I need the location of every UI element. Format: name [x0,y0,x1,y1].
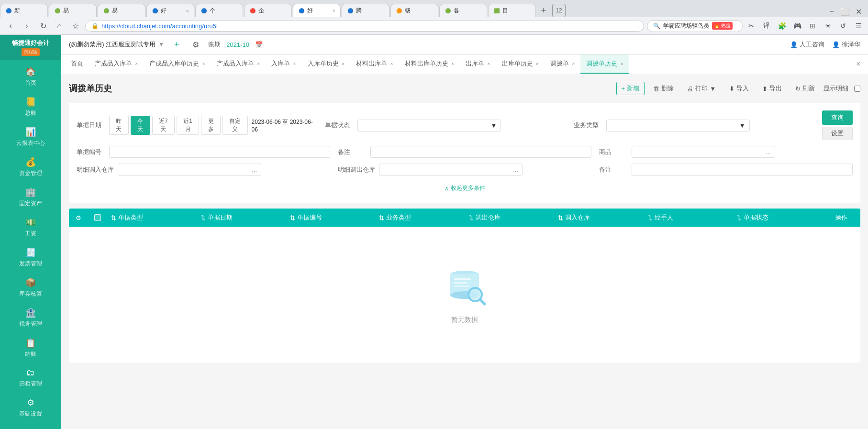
th-doc-type[interactable]: ⇅ 单据类型 [107,209,197,227]
goods-select[interactable]: ... [632,146,775,158]
th-biz-type[interactable]: ⇅ 业务类型 [375,209,465,227]
minimize-button[interactable]: − [826,6,837,17]
browser-tab-10[interactable]: 🟢 各 [439,4,487,17]
close-window-button[interactable]: ✕ [853,6,864,17]
table-settings-icon[interactable]: ⚙ [76,214,81,221]
bookmark-button[interactable]: ☆ [69,19,82,33]
import-button[interactable]: ⬇ 导入 [724,82,754,95]
sidebar-item-tax[interactable]: 🏦 税务管理 [0,303,61,333]
export-button[interactable]: ⬆ 导出 [757,82,787,95]
browser-tab-4[interactable]: 🔵 好 × [146,4,194,17]
sidebar-item-home[interactable]: 🏠 首页 [0,62,61,92]
sidebar-item-basic[interactable]: ⚙ 基础设置 [0,393,61,423]
select-all-checkbox[interactable] [94,214,101,221]
date-btn-custom[interactable]: 自定义 [223,116,247,135]
detail-out-select[interactable]: ... [379,164,523,176]
back-button[interactable]: ‹ [4,19,17,33]
company-settings-icon[interactable]: ⚙ [189,38,202,51]
detail-in-select[interactable]: ... [118,164,261,176]
tab-close-4[interactable]: × [186,8,189,14]
tab-out[interactable]: 出库单 × [460,55,496,74]
extension-icon[interactable]: 🧩 [776,20,788,32]
tab-transfer[interactable]: 调拨单 × [545,55,580,74]
maximize-button[interactable]: ⬜ [839,6,851,17]
browser-tab-3[interactable]: 🟢 易 [98,4,145,17]
search-bar[interactable]: 🔍 学霸应聘场驱鸟员 🔥 热搜 [647,20,743,32]
address-bar[interactable]: 🔒 https://cloud.chanjet.com/accounting/u… [85,21,644,32]
show-detail-checkbox[interactable] [854,86,860,92]
new-button[interactable]: + 新增 [616,82,645,95]
detail-in-dots[interactable]: ... [252,166,257,173]
date-btn-7days[interactable]: 近7天 [152,116,175,135]
tab-close-product-in-history[interactable]: × [202,61,205,66]
tab-transfer-history[interactable]: 调拨单历史 × [580,55,629,74]
tab-close-transfer-history[interactable]: × [620,61,623,66]
collapse-button[interactable]: ∧ 收起更多条件 [77,181,853,195]
period-value[interactable]: 2021-10 [226,41,249,48]
date-btn-today[interactable]: 今天 [131,116,150,135]
biz-type-select[interactable]: ▼ [606,120,750,132]
sidebar-item-ledger[interactable]: 📒 总账 [0,92,61,122]
th-settings[interactable]: ⚙ [69,209,88,226]
sidebar-item-capital[interactable]: 💰 资金管理 [0,152,61,182]
user-profile-button[interactable]: 👤 徐泽华 [832,40,860,49]
close-all-tabs-button[interactable]: × [853,58,864,70]
tab-close-product-in2[interactable]: × [257,61,260,66]
add-company-button[interactable]: + [170,38,183,51]
browser-tab-5[interactable]: 🔵 个 [195,4,243,17]
tab-product-in[interactable]: 产成品入库单 × [89,55,144,74]
home-button[interactable]: ⌂ [53,19,66,33]
goods-dots[interactable]: ... [766,148,771,155]
tab-in[interactable]: 入库单 × [266,55,301,74]
scissors-icon[interactable]: ✂ [746,20,757,32]
tab-in-history[interactable]: 入库单历史 × [302,55,350,74]
th-transfer-out[interactable]: ⇅ 调出仓库 [465,209,554,227]
browser-tab-1[interactable]: 🔵 新 [0,4,48,17]
browser-tab-2[interactable]: 🟢 易 [49,4,97,17]
status-select[interactable]: ▼ [357,120,501,132]
th-doc-date[interactable]: ⇅ 单据日期 [197,209,286,227]
game-icon[interactable]: 🎮 [791,20,803,32]
th-transfer-in[interactable]: ⇅ 调入仓库 [554,209,644,227]
tab-close-transfer[interactable]: × [572,61,575,66]
undo-icon[interactable]: ↺ [837,20,849,32]
tab-home[interactable]: 首页 [65,55,89,74]
remark2-input[interactable] [632,164,853,176]
tab-material-out-history[interactable]: 材料出库单历史 × [399,55,460,74]
tab-close-out[interactable]: × [487,61,490,66]
delete-button[interactable]: 🗑 删除 [648,82,679,95]
sidebar-item-invoice[interactable]: 🧾 发票管理 [0,242,61,273]
service-button[interactable]: 👤 人工咨询 [790,40,824,49]
sidebar-item-close[interactable]: 📋 结账 [0,333,61,363]
tab-product-in-history[interactable]: 产成品入库单历史 × [144,55,211,74]
forward-button[interactable]: › [20,19,33,33]
sidebar-item-reports[interactable]: 📊 云报表中心 [0,122,61,152]
menu-icon[interactable]: ☰ [853,20,864,32]
sidebar-item-fixed[interactable]: 🏢 固定资产 [0,182,61,212]
grid-icon[interactable]: ⊞ [807,20,818,32]
tab-close-in-history[interactable]: × [342,61,345,66]
tab-close-7[interactable]: × [333,8,335,13]
th-doc-no[interactable]: ⇅ 单据编号 [286,209,376,227]
settings-filter-button[interactable]: 设置 [822,127,853,140]
sidebar-item-inventory[interactable]: 📦 库存核算 [0,273,61,303]
doc-no-input[interactable] [109,146,330,158]
tab-material-out[interactable]: 材料出库单 × [350,55,399,74]
browser-tab-6[interactable]: 🔴 企 [244,4,292,17]
tab-close-product-in[interactable]: × [135,61,138,66]
th-doc-status[interactable]: ⇅ 单据状态 [733,209,822,227]
tab-close-out-history[interactable]: × [536,61,539,66]
refresh-button[interactable]: ↻ 刷新 [790,82,820,95]
th-operator[interactable]: ⇅ 经手人 [644,209,733,227]
query-button[interactable]: 查询 [822,110,853,125]
translate-icon[interactable]: 译 [761,20,772,32]
browser-tab-9[interactable]: 🟠 畅 [390,4,438,17]
company-selector[interactable]: (勿删勿禁用) 江西服宝测试专用 ▼ [69,40,164,49]
new-tab-button[interactable]: + [537,4,550,17]
date-btn-yesterday[interactable]: 昨天 [109,116,129,135]
browser-tab-11[interactable]: 🟩 目 [488,4,536,17]
tab-close-material-out-history[interactable]: × [451,61,454,66]
date-btn-1month[interactable]: 近1月 [177,116,199,135]
date-btn-more[interactable]: 更多 [201,116,221,135]
brightness-icon[interactable]: ☀ [822,20,834,32]
